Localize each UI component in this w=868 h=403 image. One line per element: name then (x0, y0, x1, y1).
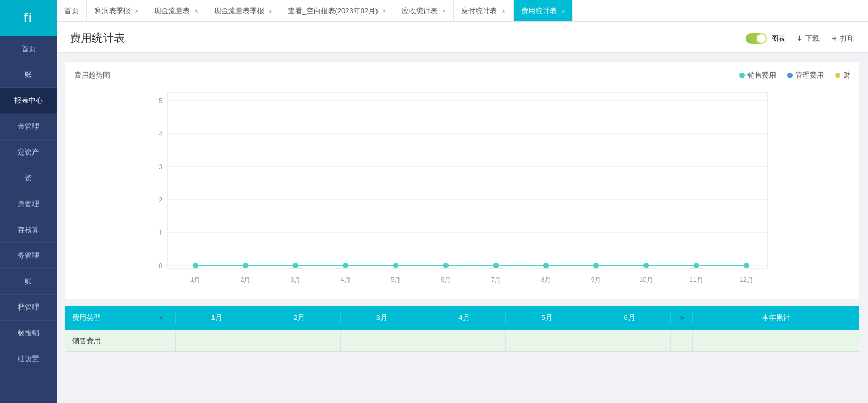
tab-cashflow[interactable]: 现金流量表 × (146, 0, 206, 21)
sidebar: fi 首页 账 报表中心 金管理 定资产 资 票管理 存核算 务管理 账 档管理… (0, 0, 57, 403)
td-ytd (693, 330, 859, 351)
svg-text:5月: 5月 (391, 276, 401, 284)
sidebar-logo: fi (0, 0, 57, 36)
tab-receivable[interactable]: 应收统计表 × (394, 0, 454, 21)
td-type: 销售费用 (65, 330, 176, 351)
svg-text:11月: 11月 (689, 276, 703, 284)
legend-finance: 财 (835, 70, 850, 80)
td-m3 (341, 330, 423, 351)
tab-close-cashflow[interactable]: × (194, 8, 198, 14)
expense-table: 费用类型 < 1月 2月 3月 4月 5月 6月 > 本年累计 销售费用 (65, 306, 859, 352)
legend-label-admin: 管理费用 (795, 70, 824, 80)
trend-chart: 5 4 3 2 1 0 1月 2月 (74, 87, 850, 290)
sidebar-item-ledger[interactable]: 账 (0, 269, 57, 295)
nav-next-arrow[interactable]: > (675, 313, 688, 322)
th-m4: 4月 (423, 313, 506, 323)
tab-cashflow-q[interactable]: 现金流量表季报 × (206, 0, 280, 21)
legend-sales: 销售费用 (739, 70, 776, 80)
th-m2: 2月 (258, 313, 341, 323)
svg-point-36 (744, 263, 749, 268)
legend-dot-admin (787, 73, 793, 78)
tab-close-cashflow-q[interactable]: × (269, 8, 272, 14)
sidebar-item-archive[interactable]: 档管理 (0, 295, 57, 321)
sidebar-item-invoice[interactable]: 票管理 (0, 191, 57, 217)
tab-bar: 首页 利润表季报 × 现金流量表 × 现金流量表季报 × 查看_空白报表(202… (57, 0, 868, 22)
td-m5 (506, 330, 588, 351)
svg-text:4月: 4月 (341, 276, 351, 284)
tab-payable[interactable]: 应付统计表 × (454, 0, 513, 21)
svg-point-33 (593, 263, 599, 268)
tab-close-payable[interactable]: × (501, 8, 505, 14)
legend-label-sales: 销售费用 (747, 70, 776, 80)
sidebar-item-sales[interactable]: 畅报销 (0, 321, 57, 346)
sidebar-item-account[interactable]: 账 (0, 62, 57, 88)
sidebar-item-fund[interactable]: 金管理 (0, 114, 57, 140)
download-button[interactable]: ⬇ 下载 (796, 34, 820, 43)
svg-text:5: 5 (159, 97, 162, 105)
th-m1: 1月 (176, 313, 258, 323)
td-m1 (176, 330, 258, 351)
td-m2 (258, 330, 341, 351)
svg-text:8月: 8月 (541, 276, 552, 284)
th-m3: 3月 (341, 313, 423, 323)
tab-profit[interactable]: 利润表季报 × (87, 0, 146, 21)
chart-header: 费用趋势图 销售费用 管理费用 财 (74, 70, 850, 80)
td-m4 (423, 330, 506, 351)
svg-point-35 (694, 263, 699, 268)
chart-container: 5 4 3 2 1 0 1月 2月 (74, 87, 850, 290)
legend-dot-sales (739, 73, 745, 78)
td-m6 (588, 330, 671, 351)
sidebar-item-assets[interactable]: 定资产 (0, 140, 57, 165)
nav-prev-arrow[interactable]: < (155, 313, 168, 322)
legend-dot-finance (835, 73, 840, 78)
th-m5: 5月 (506, 313, 588, 323)
print-button[interactable]: 🖨 打印 (831, 34, 855, 43)
chart-toggle[interactable] (746, 33, 767, 44)
svg-point-31 (493, 263, 499, 268)
header-actions: 图表 ⬇ 下载 🖨 打印 (746, 33, 855, 44)
svg-text:6月: 6月 (441, 276, 451, 284)
tab-close-expense[interactable]: × (561, 8, 565, 14)
chart-toggle-wrap: 图表 (746, 33, 785, 44)
chart-legend: 销售费用 管理费用 财 (739, 70, 850, 80)
svg-point-25 (193, 263, 198, 268)
sidebar-item-home[interactable]: 首页 (0, 36, 57, 62)
table-row: 销售费用 (65, 330, 859, 352)
sidebar-item-settings[interactable]: 础设置 (0, 346, 57, 372)
sidebar-item-reports[interactable]: 报表中心 (0, 88, 57, 114)
svg-point-30 (443, 263, 449, 268)
svg-text:0: 0 (159, 262, 162, 270)
sidebar-item-inventory[interactable]: 存核算 (0, 217, 57, 243)
svg-text:1: 1 (159, 229, 162, 237)
svg-text:1月: 1月 (190, 276, 201, 284)
svg-point-28 (343, 263, 348, 268)
th-ytd: 本年累计 (693, 313, 859, 323)
sidebar-item-salary[interactable]: 资 (0, 165, 57, 191)
svg-text:10月: 10月 (639, 276, 653, 284)
tab-close-receivable[interactable]: × (442, 8, 445, 14)
th-m6: 6月 (588, 313, 671, 323)
tab-close-blank-report[interactable]: × (383, 8, 386, 14)
table-header: 费用类型 < 1月 2月 3月 4月 5月 6月 > 本年累计 (65, 306, 859, 330)
svg-text:4: 4 (159, 130, 162, 138)
chart-section: 费用趋势图 销售费用 管理费用 财 (65, 62, 859, 299)
td-nav (671, 330, 693, 351)
sidebar-item-service[interactable]: 务管理 (0, 243, 57, 269)
svg-text:2月: 2月 (241, 276, 251, 284)
tab-expense[interactable]: 费用统计表 × (514, 0, 573, 21)
tab-blank-report[interactable]: 查看_空白报表(2023年02月) × (280, 0, 394, 21)
svg-text:3: 3 (159, 163, 162, 171)
svg-point-27 (293, 263, 298, 268)
svg-point-32 (543, 263, 549, 268)
download-icon: ⬇ (796, 34, 803, 42)
tab-close-profit[interactable]: × (135, 8, 138, 14)
legend-admin: 管理费用 (787, 70, 824, 80)
nav-next-cell: > (671, 313, 693, 322)
svg-text:9月: 9月 (591, 276, 602, 284)
svg-text:3月: 3月 (291, 276, 301, 284)
tab-home[interactable]: 首页 (57, 0, 87, 21)
page-header: 费用统计表 图表 ⬇ 下载 🖨 打印 (57, 22, 868, 53)
svg-point-26 (243, 263, 248, 268)
svg-text:12月: 12月 (739, 276, 753, 284)
svg-text:7月: 7月 (491, 276, 501, 284)
